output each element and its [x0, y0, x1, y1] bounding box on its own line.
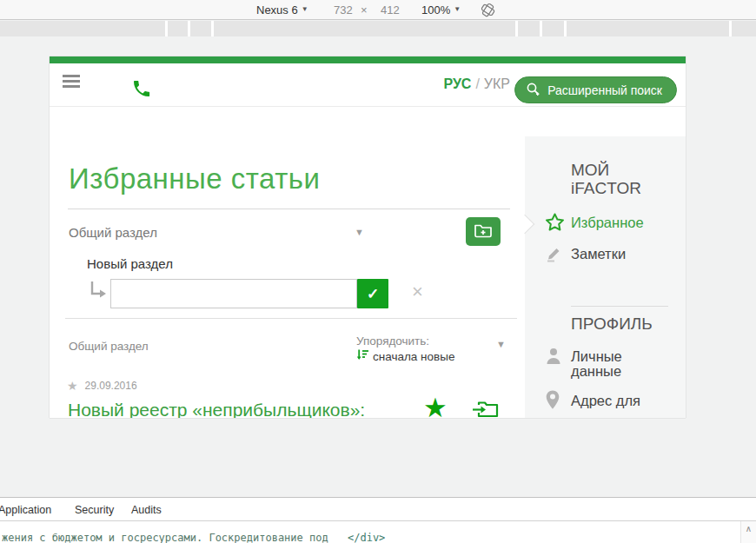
- dimension-separator: ×: [361, 0, 368, 19]
- devtools-panel: жения с бюджетом и госресурсами. Госкред…: [0, 521, 740, 543]
- sort-value: сначала новые: [373, 350, 454, 363]
- location-pin-icon: [544, 389, 561, 415]
- tab-security[interactable]: Security: [71, 498, 117, 521]
- viewport-height-field[interactable]: 412: [381, 0, 400, 19]
- site-header: РУС / УКР Расширенный поиск: [50, 63, 686, 107]
- article-meta: ★ 29.09.2016: [67, 380, 137, 392]
- emulated-viewport: РУС / УКР Расширенный поиск Избранные ст…: [50, 56, 686, 418]
- viewport-width-value: 732: [334, 3, 353, 17]
- search-plus-icon: [526, 82, 540, 99]
- page-title: Избранные статьи: [69, 162, 320, 195]
- favorite-star-icon[interactable]: ★: [423, 394, 448, 418]
- sort-label: Упорядочить:: [356, 334, 504, 348]
- media-query-segment[interactable]: [732, 21, 756, 36]
- devtools-screen: Nexus 6 ▼ 732 × 412 100% ▼: [0, 0, 756, 543]
- person-icon: [544, 347, 563, 371]
- tab-application[interactable]: Application: [0, 498, 55, 521]
- sort-dropdown[interactable]: Упорядочить: сначала новые: [356, 334, 504, 364]
- panel-scrollbar[interactable]: ∧: [740, 521, 756, 543]
- sidebar: МОЙ iFACTOR Избранное Заметки ПРОФИЛЬ: [525, 136, 686, 418]
- code-closing-tag[interactable]: </div>: [348, 532, 385, 543]
- viewport-width-field[interactable]: 732: [334, 0, 353, 19]
- sidebar-item-favorites[interactable]: Избранное: [571, 215, 644, 230]
- viewport-height-value: 412: [381, 3, 400, 17]
- rotate-device-icon[interactable]: [481, 3, 495, 17]
- sidebar-item-notes[interactable]: Заметки: [571, 247, 626, 262]
- advanced-search-label: Расширенный поиск: [547, 83, 662, 97]
- code-text-node[interactable]: жения с бюджетом и госресурсами. Госкред…: [2, 532, 328, 543]
- subsection-arrow-icon: [89, 281, 108, 305]
- group-label: Общий раздел: [69, 340, 149, 353]
- section-dropdown[interactable]: Общий раздел ▼: [69, 222, 364, 242]
- active-item-pointer: [515, 215, 535, 235]
- device-selector-label: Nexus 6: [256, 3, 298, 17]
- media-query-bar: [0, 21, 756, 36]
- phone-icon[interactable]: [131, 78, 152, 99]
- divider: [68, 209, 510, 209]
- confirm-button[interactable]: ✓: [357, 279, 388, 308]
- cancel-icon[interactable]: ×: [412, 282, 423, 301]
- chevron-down-icon: ▼: [454, 6, 461, 13]
- new-section-label: Новый раздел: [87, 256, 173, 271]
- zoom-value: 100%: [421, 3, 450, 17]
- sidebar-item-personal-data[interactable]: Личные данные: [571, 349, 653, 379]
- media-query-segment[interactable]: [518, 21, 540, 36]
- pencil-icon: [544, 244, 563, 267]
- sidebar-title: МОЙ iFACTOR: [571, 161, 658, 197]
- menu-icon[interactable]: [63, 75, 80, 89]
- new-section-input[interactable]: [110, 279, 357, 308]
- article-date: 29.09.2016: [85, 380, 137, 392]
- add-folder-button[interactable]: [466, 217, 501, 246]
- divider: [571, 306, 668, 307]
- section-dropdown-value: Общий раздел: [69, 225, 157, 240]
- divider: [65, 318, 517, 319]
- media-query-segment[interactable]: [0, 21, 165, 36]
- advanced-search-button[interactable]: Расширенный поиск: [514, 76, 677, 103]
- chevron-down-icon[interactable]: ▼: [496, 340, 506, 349]
- folder-plus-icon: [474, 222, 493, 241]
- media-query-segment[interactable]: [190, 21, 211, 36]
- tab-audits[interactable]: Audits: [128, 498, 165, 521]
- site-top-green-bar: [50, 56, 686, 63]
- check-icon: ✓: [367, 285, 379, 303]
- article-link[interactable]: Новый реестр «неприбыльщиков»:: [68, 400, 441, 418]
- star-outline-icon: [544, 212, 566, 236]
- scroll-up-icon[interactable]: ∧: [746, 524, 752, 543]
- move-to-folder-icon[interactable]: [472, 398, 500, 418]
- media-query-segment[interactable]: [567, 21, 729, 36]
- devtools-tab-bar: Application Security Audits: [0, 497, 756, 521]
- sidebar-item-address[interactable]: Адрес для: [571, 394, 653, 408]
- multiply-icon: ×: [361, 3, 368, 17]
- chevron-down-icon: ▼: [302, 6, 308, 13]
- zoom-selector[interactable]: 100% ▼: [421, 0, 461, 19]
- star-icon: ★: [67, 380, 78, 392]
- media-query-segment[interactable]: [542, 21, 564, 36]
- media-query-segment[interactable]: [214, 21, 515, 36]
- device-toolbar: Nexus 6 ▼ 732 × 412 100% ▼: [0, 0, 756, 20]
- profile-title: ПРОФИЛЬ: [571, 315, 658, 333]
- language-switcher: РУС / УКР: [443, 76, 510, 92]
- device-selector[interactable]: Nexus 6 ▼: [256, 0, 308, 19]
- lang-separator: /: [475, 76, 479, 92]
- sort-descending-icon: [356, 348, 368, 364]
- lang-ukr[interactable]: УКР: [484, 76, 510, 92]
- lang-rus[interactable]: РУС: [443, 76, 471, 92]
- chevron-down-icon: ▼: [355, 228, 364, 237]
- media-query-segment[interactable]: [168, 21, 188, 36]
